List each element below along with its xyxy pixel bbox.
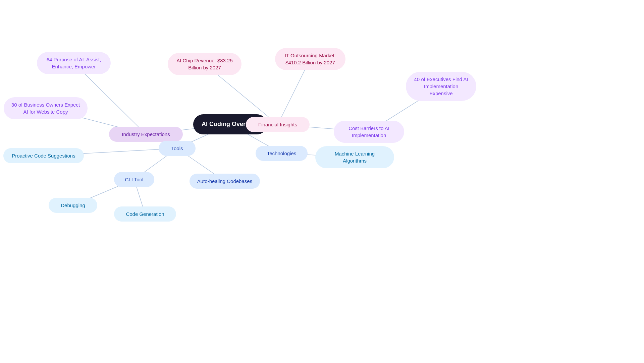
node-it-outsourcing: IT Outsourcing Market: $410.2 Billion by…: [275, 48, 345, 70]
node-financial-insights: Financial Insights: [246, 117, 310, 132]
node-executives-expensive: 40 of Executives Find AI Implementation …: [406, 72, 476, 101]
node-proactive-code: Proactive Code Suggestions: [3, 148, 84, 163]
node-technologies: Technologies: [256, 146, 308, 161]
node-code-generation: Code Generation: [114, 206, 176, 222]
node-cli-tool: CLI Tool: [114, 172, 154, 187]
node-machine-learning: Machine Learning Algorithms: [315, 146, 394, 168]
node-industry-expectations: Industry Expectations: [109, 127, 183, 142]
node-auto-healing: Auto-healing Codebases: [190, 174, 260, 189]
node-tools: Tools: [159, 141, 196, 156]
node-business-owners: 30 of Business Owners Expect AI for Webs…: [4, 97, 88, 119]
node-cost-barriers: Cost Barriers to AI Implementation: [334, 121, 404, 143]
node-ai-chip-revenue: AI Chip Revenue: $83.25 Billion by 2027: [168, 53, 241, 75]
node-purpose-of-ai: 64 Purpose of AI: Assist, Enhance, Empow…: [37, 52, 111, 74]
node-debugging: Debugging: [49, 198, 97, 213]
